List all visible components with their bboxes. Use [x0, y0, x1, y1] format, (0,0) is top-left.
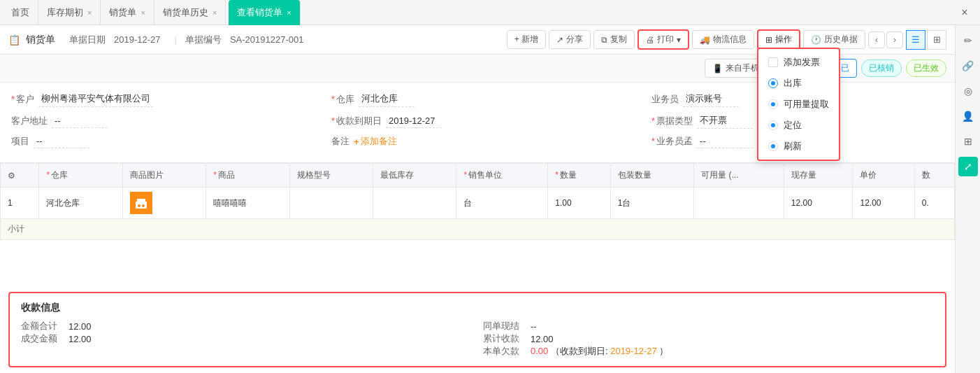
staff2-label: 业务员孟: [651, 135, 693, 148]
row-available: [694, 188, 784, 219]
tab-view-sales[interactable]: 查看销货单 ×: [229, 0, 300, 25]
row-current-stock: 12.00: [784, 188, 853, 219]
row-pack-qty: 1台: [610, 188, 693, 219]
warehouse-value[interactable]: 河北仓库: [359, 91, 415, 107]
col-pack-qty: 包装数量: [610, 164, 693, 188]
locate-item[interactable]: 定位: [758, 115, 839, 136]
print-icon: 🖨: [646, 35, 654, 45]
tab-view-sales-close[interactable]: ×: [287, 8, 291, 17]
col-settings[interactable]: ⚙: [1, 164, 39, 188]
add-invoice-checkbox[interactable]: [768, 57, 778, 67]
available-pickup-item[interactable]: 可用量提取: [758, 94, 839, 115]
table-header-row: ⚙ 仓库 商品图片 商品 规格型号 最低库存 销售单位 数量 包装数量 可用量 …: [1, 164, 955, 188]
customer-label: 客户: [11, 93, 34, 106]
history-icon: 🕐: [811, 35, 821, 45]
print-dropdown-arrow[interactable]: ▾: [677, 35, 681, 45]
grid-view-btn[interactable]: ⊞: [927, 30, 946, 50]
payment-info-grid: 金额合计 12.00 成交金额 12.00 同单现结 --: [21, 320, 934, 358]
staff-value[interactable]: 演示账号: [683, 91, 739, 107]
mobile-icon: 📱: [712, 64, 723, 73]
available-pickup-radio[interactable]: [768, 99, 778, 109]
transaction-amount-value: 12.00: [69, 334, 92, 344]
customer-field: 客户 柳州粤港平安气体有限公司: [11, 91, 303, 107]
col-current-stock: 现存量: [784, 164, 853, 188]
window-close-button[interactable]: ×: [955, 3, 974, 22]
print-button[interactable]: 🖨 打印 ▾: [637, 29, 689, 50]
tab-sales-history-close[interactable]: ×: [212, 8, 217, 17]
same-order-label: 同单现结: [483, 320, 525, 332]
payment-date-field: 收款到期日 2019-12-27: [331, 114, 624, 128]
tab-inventory-init[interactable]: 库存期初 ×: [38, 0, 101, 25]
share-button[interactable]: ↗ 分享: [549, 30, 591, 49]
same-order-value: --: [531, 321, 537, 332]
customer-value[interactable]: 柳州粤港平安气体有限公司: [38, 91, 153, 107]
cumulative-payment-row: 累计收款 12.00: [483, 332, 934, 345]
locate-radio[interactable]: [768, 120, 778, 130]
prev-arrow[interactable]: ‹: [868, 31, 885, 48]
tab-home[interactable]: 首页: [6, 0, 38, 25]
current-due-label: 本单欠款: [483, 345, 525, 358]
tab-sales-order[interactable]: 销货单 ×: [101, 0, 154, 25]
cumulative-payment-label: 累计收款: [483, 332, 525, 345]
payment-info-title: 收款信息: [21, 302, 934, 314]
payment-date-label: 收款到期日: [331, 115, 382, 127]
outbound-label: 出库: [784, 77, 802, 90]
warehouse-label: 仓库: [331, 93, 354, 106]
row-amount: 0.: [914, 188, 954, 219]
payment-date-value[interactable]: 2019-12-27: [386, 114, 442, 128]
list-view-btn[interactable]: ☰: [906, 30, 925, 50]
logistics-button[interactable]: 🚚 物流信息: [692, 30, 754, 49]
table-wrapper[interactable]: ⚙ 仓库 商品图片 商品 规格型号 最低库存 销售单位 数量 包装数量 可用量 …: [0, 163, 955, 286]
product-image: [130, 192, 152, 214]
add-note-button[interactable]: 添加备注: [354, 135, 397, 148]
outbound-item[interactable]: 出库: [758, 73, 839, 94]
table-icon[interactable]: ⊞: [958, 132, 978, 151]
subtotal-cell: 小计: [1, 219, 955, 240]
refresh-icon[interactable]: ◎: [958, 81, 978, 101]
staff2-value[interactable]: --: [697, 134, 753, 148]
project-field: 项目 --: [11, 134, 303, 148]
col-min-stock: 最低库存: [373, 164, 456, 188]
tab-inventory-init-close[interactable]: ×: [87, 8, 92, 17]
doc-date-value: 2019-12-27: [114, 34, 161, 45]
link-icon[interactable]: 🔗: [958, 56, 978, 76]
expand-icon[interactable]: ⤢: [958, 157, 978, 176]
row-warehouse: 河北仓库: [39, 188, 122, 219]
row-product: 嘻嘻嘻嘻: [206, 188, 289, 219]
copy-icon: ⧉: [601, 35, 607, 45]
transaction-amount-row: 成交金额 12.00: [21, 332, 472, 345]
doc-type-icon: 📋: [8, 34, 20, 45]
svg-point-3: [142, 204, 145, 207]
project-value[interactable]: --: [34, 134, 89, 148]
history-button[interactable]: 🕐 历史单据: [803, 30, 865, 49]
add-invoice-item[interactable]: 添加发票: [758, 52, 839, 73]
row-no: 1: [1, 188, 39, 219]
address-label: 客户地址: [11, 115, 48, 127]
ops-button[interactable]: ⊞ 操作: [757, 29, 800, 50]
nav-arrows: ‹ ›: [868, 31, 903, 48]
refresh-radio[interactable]: [768, 141, 778, 151]
doc-date-label: 单据日期: [69, 34, 106, 46]
share-icon: ↗: [556, 35, 563, 45]
doc-number-label: 单据编号: [185, 34, 222, 46]
address-value[interactable]: --: [52, 114, 108, 128]
note-label: 备注: [331, 135, 350, 148]
locate-label: 定位: [784, 119, 802, 132]
row-product-img: [122, 188, 206, 219]
svg-rect-1: [137, 199, 145, 203]
edit-icon[interactable]: ✏: [958, 31, 978, 50]
subtotal-row: 小计: [1, 219, 955, 240]
invoice-type-value[interactable]: 不开票: [697, 113, 753, 129]
total-amount-value: 12.00: [69, 321, 92, 332]
app-container: 首页 库存期初 × 销货单 × 销货单历史 × 查看销货单 × × 📋 销货单: [0, 0, 980, 373]
refresh-item[interactable]: 刷新: [758, 136, 839, 157]
next-arrow[interactable]: ›: [886, 31, 903, 48]
tab-sales-history[interactable]: 销货单历史 ×: [154, 0, 226, 25]
transaction-amount-label: 成交金额: [21, 332, 63, 345]
tab-sales-order-close[interactable]: ×: [140, 8, 145, 17]
copy-button[interactable]: ⧉ 复制: [593, 30, 635, 49]
address-field: 客户地址 --: [11, 114, 303, 128]
new-button[interactable]: + 新增: [507, 30, 546, 49]
outbound-radio[interactable]: [768, 78, 778, 88]
user-icon[interactable]: 👤: [958, 106, 978, 126]
